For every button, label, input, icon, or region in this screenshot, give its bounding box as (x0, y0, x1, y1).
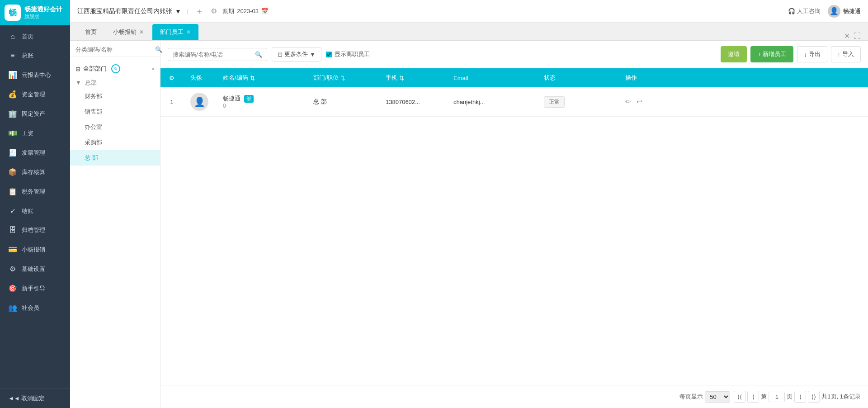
company-selector[interactable]: 江西服宝精品有限责任公司内账张 ▼ (77, 7, 181, 15)
row-status-cell: 正常 (537, 87, 618, 117)
edit-button[interactable]: ✏ (625, 98, 631, 105)
first-page-button[interactable]: ⟨⟨ (734, 391, 745, 403)
sidebar-item-funds[interactable]: 💰 资金管理 (0, 85, 70, 104)
grid-icon: ⊞ (75, 66, 80, 72)
tab-expense-close[interactable]: ✕ (139, 29, 144, 35)
tab-dept-emp-close[interactable]: ✕ (186, 29, 191, 35)
th-phone[interactable]: 手机 ⇅ (378, 68, 446, 87)
tab-dept-emp-label: 部门员工 (160, 28, 184, 36)
edit-badge[interactable]: ✎ (111, 64, 120, 73)
row-avatar-cell: 👤 (183, 87, 216, 117)
user-menu[interactable]: 👤 畅捷通 (828, 5, 861, 18)
invoice-icon: 🧾 (8, 148, 17, 157)
last-page-button[interactable]: ⟩⟩ (808, 391, 820, 403)
per-page-select[interactable]: 50 10 20 100 (705, 391, 730, 403)
period-display: 账期 2023-03 📅 (222, 7, 269, 15)
sidebar-item-tax[interactable]: 📋 税务管理 (0, 182, 70, 201)
sidebar-unpin-label: ◄◄ 取消固定 (8, 394, 45, 403)
sidebar-item-label: 小畅报销 (22, 246, 45, 254)
settings-icon: ⚙ (8, 265, 17, 273)
all-dept-item[interactable]: ⊞ 全部部门 ✎ « (70, 61, 160, 77)
company-name: 江西服宝精品有限责任公司内账张 (77, 7, 172, 15)
dept-item-purchase[interactable]: 采购部 (70, 135, 160, 150)
per-page-selector: 每页显示 50 10 20 100 (679, 391, 730, 403)
toolbar-right: 邀请 + 新增员工 ↓ 导出 ↑ 导入 (721, 46, 861, 62)
th-phone-label: 手机 (386, 74, 397, 82)
export-label: 导出 (809, 50, 821, 58)
gear-icon: ⚙ (169, 75, 175, 81)
delete-button[interactable]: ↩ (637, 98, 642, 105)
tab-dept-emp[interactable]: 部门员工 ✕ (152, 24, 198, 40)
expand-icon[interactable]: ▼ (75, 79, 81, 86)
import-icon: ↑ (838, 51, 841, 58)
dept-item-finance[interactable]: 财务部 (70, 89, 160, 104)
archive-icon: 🗄 (8, 226, 17, 234)
sidebar-item-reports[interactable]: 📊 云报表中心 (0, 65, 70, 85)
row-action-cell: ✏ ↩ (618, 87, 868, 117)
dept-search-input[interactable] (75, 46, 151, 53)
tab-expand-icon[interactable]: ⛶ (854, 32, 861, 40)
th-status: 状态 (537, 68, 618, 87)
dept-item-sales[interactable]: 销售部 (70, 104, 160, 119)
tab-expense[interactable]: 小畅报销 ✕ (105, 24, 151, 40)
sidebar-item-label: 归档管理 (22, 226, 45, 234)
sort-name-icon: ⇅ (250, 75, 255, 81)
employee-search-input[interactable] (173, 51, 252, 58)
th-gear[interactable]: ⚙ (160, 68, 183, 87)
collapse-icon[interactable]: « (151, 66, 155, 72)
support-button[interactable]: 🎧 人工咨询 (788, 7, 821, 15)
export-icon: ↓ (804, 51, 807, 58)
th-action: 操作 (618, 68, 868, 87)
company-dropdown-icon: ▼ (175, 8, 181, 15)
sidebar-item-member[interactable]: 👥 社会员 (0, 298, 70, 318)
sidebar-item-guide[interactable]: 🎯 新手引导 (0, 279, 70, 298)
th-status-label: 状态 (544, 74, 556, 81)
sidebar-item-label: 税务管理 (22, 188, 45, 196)
sidebar-item-expense[interactable]: 💳 小畅报销 (0, 240, 70, 259)
add-company-button[interactable]: ＋ (193, 6, 205, 17)
sort-phone-icon: ⇅ (399, 75, 404, 81)
sidebar-item-assets[interactable]: 🏢 固定资产 (0, 104, 70, 123)
dept-item-general[interactable]: 总 部 (70, 150, 160, 166)
dept-finance-label: 财务部 (85, 93, 102, 100)
invite-button[interactable]: 邀请 (721, 46, 747, 62)
sidebar-item-salary[interactable]: 💵 工资 (0, 123, 70, 143)
sidebar-item-inventory[interactable]: 📦 库存核算 (0, 162, 70, 182)
next-page-button[interactable]: ⟩ (794, 391, 806, 403)
sidebar-item-home[interactable]: ⌂ 首页 (0, 27, 70, 46)
th-name-label: 姓名/编码 (223, 74, 248, 82)
sidebar-item-invoice[interactable]: 🧾 发票管理 (0, 143, 70, 162)
assets-icon: 🏢 (8, 109, 17, 118)
th-dept[interactable]: 部门/职位 ⇅ (306, 68, 378, 87)
sidebar-item-checkout[interactable]: ✓ 结账 (0, 201, 70, 221)
topbar: 江西服宝精品有限责任公司内账张 ▼ | ＋ ⚙ 账期 2023-03 📅 🎧 人… (70, 0, 868, 23)
dept-item-office[interactable]: 办公室 (70, 119, 160, 135)
import-button[interactable]: ↑ 导入 (831, 46, 861, 62)
support-label: 人工咨询 (797, 7, 821, 15)
employee-search-icon[interactable]: 🔍 (255, 51, 262, 58)
export-button[interactable]: ↓ 导出 (797, 46, 827, 62)
tab-home[interactable]: 首页 (77, 24, 104, 40)
emp-status: 正常 (544, 96, 565, 108)
prev-page-button[interactable]: ⟨ (747, 391, 759, 403)
add-employee-button[interactable]: + 新增员工 (750, 46, 793, 62)
emp-dept: 总 部 (313, 98, 327, 105)
pagination-nav: ⟨⟨ ⟨ 第 页 ⟩ ⟩⟩ 共1页, 1条记录 (734, 391, 861, 403)
tab-close-all-icon[interactable]: ✕ (844, 32, 850, 40)
sidebar-item-archive[interactable]: 🗄 归档管理 (0, 221, 70, 240)
employee-toolbar: 🔍 ⊡ 更多条件 ▼ 显示离职员工 邀请 + 新增员工 ↓ 导出 (160, 41, 868, 68)
sidebar-item-settings[interactable]: ⚙ 基础设置 (0, 259, 70, 279)
sidebar-item-label: 云报表中心 (22, 71, 51, 79)
import-label: 导入 (842, 50, 854, 58)
sidebar-unpin-button[interactable]: ◄◄ 取消固定 (0, 389, 70, 408)
page-input[interactable] (769, 392, 785, 402)
topbar-settings-icon[interactable]: ⚙ (211, 7, 217, 15)
sidebar-item-label: 首页 (22, 33, 33, 41)
show-resigned-checkbox[interactable]: 显示离职员工 (326, 50, 370, 58)
sidebar-item-ledger[interactable]: ≡ 总账 (0, 46, 70, 65)
calendar-icon[interactable]: 📅 (261, 8, 269, 14)
th-name[interactable]: 姓名/编码 ⇅ (216, 68, 306, 87)
row-email-cell: chanjethkj... (446, 87, 537, 117)
show-resigned-input[interactable] (326, 52, 332, 57)
filter-button[interactable]: ⊡ 更多条件 ▼ (272, 47, 321, 62)
